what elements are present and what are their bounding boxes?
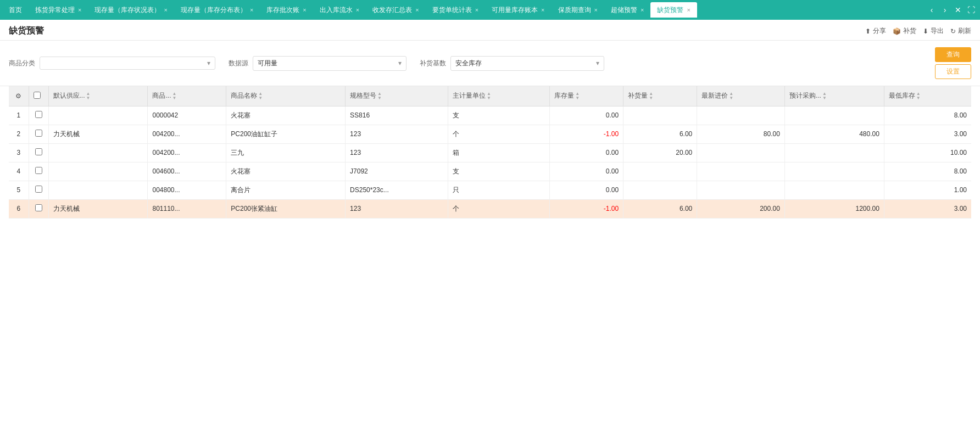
sort-spec[interactable]: 规格型号 ▲▼ xyxy=(350,91,382,100)
row-product-code: 0000042 xyxy=(148,106,226,125)
row-checkbox[interactable] xyxy=(35,148,42,155)
row-product-name: PC200油缸缸子 xyxy=(226,125,346,143)
export-label: 导出 xyxy=(931,26,944,36)
col-label: 最新进价 xyxy=(701,91,728,100)
tab-in-out-flow[interactable]: 出入库流水 × xyxy=(313,2,366,18)
col-label: 库存量 xyxy=(554,91,574,100)
select-all-checkbox[interactable] xyxy=(34,92,41,99)
settings-col-icon[interactable]: ⚙ xyxy=(13,92,24,100)
tab-close-icon[interactable]: × xyxy=(641,7,644,13)
row-stock: -1.00 xyxy=(550,199,623,218)
row-min-stock: 10.00 xyxy=(884,143,971,162)
row-checkbox[interactable] xyxy=(35,186,42,193)
tab-close-icon[interactable]: × xyxy=(356,7,359,13)
sort-arrows-icon: ▲▼ xyxy=(258,92,263,100)
sort-default-supplier[interactable]: 默认供应... ▲▼ xyxy=(53,91,91,100)
col-unit: 主计量单位 ▲▼ xyxy=(448,86,549,106)
row-unit: 只 xyxy=(448,181,549,199)
tab-demand-stat[interactable]: 要货单统计表 × xyxy=(426,2,485,18)
row-checkbox[interactable] xyxy=(35,130,42,137)
replenish-label: 补货 xyxy=(903,26,916,36)
table-header-row: ⚙ 默认供应... ▲▼ 商品... ▲▼ xyxy=(9,86,971,106)
row-stock: 0.00 xyxy=(550,181,623,199)
tab-close-icon[interactable]: × xyxy=(250,7,253,13)
row-stock: 0.00 xyxy=(550,162,623,181)
tab-receive-summary[interactable]: 收发存汇总表 × xyxy=(366,2,425,18)
header-actions: ⬆ 分享 📦 补货 ⬇ 导出 ↻ 刷新 xyxy=(865,26,971,36)
tab-home[interactable]: 首页 xyxy=(2,2,29,18)
tab-shortage-warning[interactable]: 缺货预警 × xyxy=(650,2,697,18)
settings-button[interactable]: 设置 xyxy=(935,64,971,79)
tab-close-icon[interactable]: × xyxy=(687,7,690,13)
replenish-button[interactable]: 📦 补货 xyxy=(893,26,916,36)
tab-quality-query[interactable]: 保质期查询 × xyxy=(552,2,604,18)
col-label: 预计采购... xyxy=(789,91,821,100)
page-title: 缺货预警 xyxy=(9,25,44,37)
sort-product-name[interactable]: 商品名称 ▲▼ xyxy=(231,91,263,100)
row-latest-price xyxy=(697,143,785,162)
row-forecast-purchase xyxy=(784,181,884,199)
table-row: 2 力天机械 004200... PC200油缸缸子 123 个 -1.00 6… xyxy=(9,125,971,143)
category-select[interactable]: ▾ xyxy=(40,57,215,70)
row-supplier: 力天机械 xyxy=(48,125,148,143)
sort-stock[interactable]: 库存量 ▲▼ xyxy=(554,91,580,100)
tab-expand-btn[interactable]: ⛶ xyxy=(965,3,978,16)
col-label: 规格型号 xyxy=(350,91,376,100)
row-checkbox[interactable] xyxy=(35,204,42,211)
row-stock: 0.00 xyxy=(550,143,623,162)
chevron-down-icon: ▾ xyxy=(596,59,599,67)
category-label: 商品分类 xyxy=(9,59,35,68)
data-table: ⚙ 默认供应... ▲▼ 商品... ▲▼ xyxy=(9,86,971,218)
share-button[interactable]: ⬆ 分享 xyxy=(865,26,886,36)
tab-prev-btn[interactable]: ‹ xyxy=(925,3,938,16)
tab-close-icon[interactable]: × xyxy=(164,7,167,13)
sort-arrows-icon: ▲▼ xyxy=(172,92,176,100)
sort-product-code[interactable]: 商品... ▲▼ xyxy=(152,91,176,100)
chevron-down-icon: ▾ xyxy=(207,59,210,67)
sort-min-stock[interactable]: 最低库存 ▲▼ xyxy=(889,91,921,100)
tab-overstock-warning[interactable]: 超储预警 × xyxy=(604,2,650,18)
row-spec: J7092 xyxy=(346,162,448,181)
tab-close-icon[interactable]: × xyxy=(303,7,306,13)
sort-arrows-icon: ▲▼ xyxy=(487,92,491,100)
tab-stock-dist[interactable]: 现存量（库存分布表） × xyxy=(174,2,260,18)
tab-close-icon[interactable]: × xyxy=(594,7,598,13)
tab-close-icon[interactable]: × xyxy=(541,7,544,13)
datasource-select[interactable]: 可用量 ▾ xyxy=(253,56,407,71)
table-row: 1 0000042 火花塞 SS816 支 0.00 8.00 xyxy=(9,106,971,125)
tab-close-icon[interactable]: × xyxy=(78,7,81,13)
row-checkbox[interactable] xyxy=(35,167,42,174)
query-button[interactable]: 查询 xyxy=(935,47,971,62)
sort-arrows-icon: ▲▼ xyxy=(377,92,382,100)
replenish-select[interactable]: 安全库存 ▾ xyxy=(450,56,604,71)
row-checkbox[interactable] xyxy=(35,111,42,118)
refresh-icon: ↻ xyxy=(950,27,956,35)
row-product-code: 004800... xyxy=(148,181,226,199)
row-replenish xyxy=(623,162,697,181)
tab-close-icon[interactable]: × xyxy=(415,7,419,13)
tab-stock-status[interactable]: 现存量（库存状况表） × xyxy=(88,2,174,18)
tab-batch-account[interactable]: 库存批次账 × xyxy=(260,2,313,18)
row-min-stock: 3.00 xyxy=(884,199,971,218)
export-button[interactable]: ⬇ 导出 xyxy=(923,26,944,36)
tab-close-icon[interactable]: × xyxy=(475,7,478,13)
row-replenish: 6.00 xyxy=(623,199,697,218)
sort-arrows-icon: ▲▼ xyxy=(729,92,733,100)
table-row: 6 力天机械 801110... PC200张紧油缸 123 个 -1.00 6… xyxy=(9,199,971,218)
sort-forecast-purchase[interactable]: 预计采购... ▲▼ xyxy=(789,91,827,100)
replenish-select-value: 安全库存 xyxy=(455,59,482,68)
tab-available-ledger[interactable]: 可用量库存账本 × xyxy=(485,2,551,18)
sort-replenish[interactable]: 补货量 ▲▼ xyxy=(628,91,653,100)
row-checkbox-cell xyxy=(29,106,48,125)
tab-close-all-btn[interactable]: ✕ xyxy=(951,3,965,16)
col-replenish: 补货量 ▲▼ xyxy=(623,86,697,106)
tab-next-btn[interactable]: › xyxy=(938,3,951,16)
row-spec: SS816 xyxy=(346,106,448,125)
tab-pick-exception[interactable]: 拣货异常处理 × xyxy=(29,2,88,18)
col-label: 默认供应... xyxy=(53,91,85,100)
sort-latest-price[interactable]: 最新进价 ▲▼ xyxy=(701,91,733,100)
refresh-button[interactable]: ↻ 刷新 xyxy=(950,26,971,36)
sort-unit[interactable]: 主计量单位 ▲▼ xyxy=(453,91,491,100)
col-settings[interactable]: ⚙ xyxy=(9,86,29,106)
row-stock: 0.00 xyxy=(550,106,623,125)
